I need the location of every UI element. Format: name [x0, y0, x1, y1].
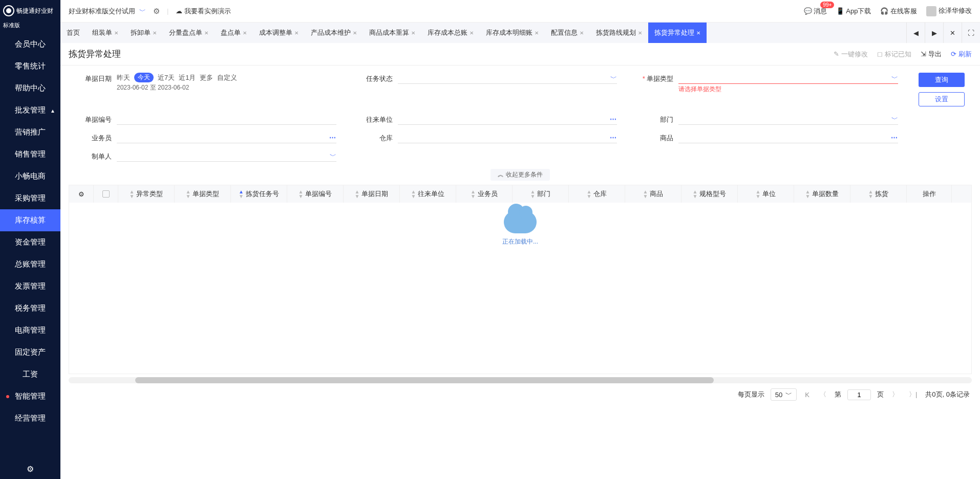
filter-task-status[interactable]: 任务状态 ﹀	[357, 73, 617, 84]
export-button[interactable]: ⇲导出	[921, 50, 942, 59]
close-icon[interactable]: ✕	[580, 30, 584, 36]
sidebar-item[interactable]: 经营管理	[0, 407, 60, 429]
demo-link[interactable]: ☁ 我要看实例演示	[176, 7, 231, 16]
collapse-filters-button[interactable]: ︽ 收起更多条件	[491, 169, 550, 181]
horizontal-scrollbar[interactable]	[69, 377, 972, 383]
filter-sales[interactable]: 业务员 ⋯	[76, 132, 336, 143]
tab[interactable]: 产品成本维护✕	[305, 23, 363, 43]
sidebar-item[interactable]: 零售统计	[0, 55, 60, 77]
close-icon[interactable]: ✕	[470, 30, 474, 36]
sidebar-item[interactable]: 批发管理▲	[0, 99, 60, 121]
sidebar-item[interactable]: 资金管理	[0, 231, 60, 253]
fullscreen-icon[interactable]: ⛶	[962, 23, 980, 43]
tab-close-all[interactable]: ✕	[943, 23, 962, 43]
sidebar-item[interactable]: 营销推广	[0, 121, 60, 143]
date-range-option[interactable]: 自定义	[217, 73, 237, 82]
page-input[interactable]	[847, 389, 871, 400]
gear-icon[interactable]: ⚙	[153, 7, 160, 16]
sidebar-item[interactable]: 固定资产	[0, 341, 60, 363]
messages-link[interactable]: 💬 消息 99+	[804, 7, 827, 16]
sidebar-item[interactable]: 销售管理	[0, 143, 60, 165]
date-range-option[interactable]: 近7天	[158, 73, 175, 82]
close-icon[interactable]: ✕	[535, 30, 539, 36]
column-header[interactable]: ▲▼单位	[738, 185, 794, 203]
close-icon[interactable]: ✕	[638, 30, 642, 36]
filter-goods[interactable]: 商品 ⋯	[637, 132, 898, 143]
tab[interactable]: 分量盘点单✕	[163, 23, 215, 43]
filter-partner[interactable]: 往来单位 ⋯	[357, 114, 617, 125]
close-icon[interactable]: ✕	[204, 30, 208, 36]
column-header[interactable]: ▲▼拣货	[850, 185, 907, 203]
column-header[interactable]: ▲▼异常类型	[118, 185, 175, 203]
column-header[interactable]: ▲▼单据日期	[344, 185, 400, 203]
sidebar-item[interactable]: 税务管理	[0, 297, 60, 319]
column-header[interactable]: ▲▼业务员	[456, 185, 513, 203]
date-range-option[interactable]: 今天	[134, 73, 154, 82]
sidebar-item[interactable]: 总账管理	[0, 253, 60, 275]
close-icon[interactable]: ✕	[243, 30, 247, 36]
date-range-option[interactable]: 更多	[200, 73, 213, 82]
mark-known-button[interactable]: ◻标记已知	[877, 50, 911, 59]
first-page-button[interactable]: K	[803, 391, 812, 399]
scrollbar-thumb[interactable]	[135, 377, 714, 383]
user-menu[interactable]: 徐泽华修改	[926, 6, 972, 16]
tab[interactable]: 拆卸单✕	[124, 23, 163, 43]
column-header[interactable]: ▲▼单据编号	[287, 185, 344, 203]
tab[interactable]: 商品成本重算✕	[363, 23, 421, 43]
close-icon[interactable]: ✕	[411, 30, 415, 36]
tab[interactable]: 配置信息✕	[545, 23, 590, 43]
tab[interactable]: 首页	[60, 23, 86, 43]
column-header[interactable]: ▲▼单据数量	[794, 185, 850, 203]
column-header[interactable]: ▲▼单据类型	[175, 185, 231, 203]
column-header[interactable]: ▲▼仓库	[569, 185, 625, 203]
sidebar-item[interactable]: 发票管理	[0, 275, 60, 297]
tab[interactable]: 成本调整单✕	[253, 23, 305, 43]
close-icon[interactable]: ✕	[294, 30, 299, 36]
select-all[interactable]	[94, 185, 118, 203]
per-page-select[interactable]: 50﹀	[771, 388, 797, 401]
onekey-modify-button[interactable]: ✎一键修改	[834, 50, 868, 59]
sidebar-item[interactable]: 小畅电商	[0, 165, 60, 187]
close-icon[interactable]: ✕	[353, 30, 357, 36]
checkbox[interactable]	[102, 190, 110, 198]
tab[interactable]: 拣货异常处理✕	[648, 23, 707, 43]
column-header[interactable]: ▲▼往来单位	[400, 185, 456, 203]
filter-doc-type[interactable]: 单据类型 ﹀ 请选择单据类型	[637, 73, 898, 94]
filter-warehouse[interactable]: 仓库 ⋯	[357, 132, 617, 143]
support-link[interactable]: 🎧 在线客服	[880, 7, 917, 16]
date-range-option[interactable]: 近1月	[179, 73, 196, 82]
date-range-option[interactable]: 昨天	[117, 73, 130, 82]
column-header[interactable]: ▲▼商品	[625, 185, 681, 203]
filter-creator[interactable]: 制单人 ﹀	[76, 150, 336, 162]
column-settings[interactable]: ⚙	[69, 185, 94, 203]
filter-doc-no[interactable]: 单据编号	[76, 114, 336, 125]
query-button[interactable]: 查询	[919, 73, 965, 87]
tab[interactable]: 组装单✕	[86, 23, 124, 43]
sidebar-item[interactable]: 帮助中心	[0, 77, 60, 99]
tab-scroll-right[interactable]: ▶	[925, 23, 943, 43]
close-icon[interactable]: ✕	[114, 30, 118, 36]
column-header[interactable]: ▲▼拣货任务号	[231, 185, 287, 203]
sidebar-item[interactable]: 会员中心	[0, 33, 60, 55]
refresh-button[interactable]: ⟳刷新	[951, 50, 972, 59]
close-icon[interactable]: ✕	[696, 30, 700, 36]
column-header[interactable]: ▲▼规格型号	[681, 185, 738, 203]
tab-scroll-left[interactable]: ◀	[906, 23, 925, 43]
sidebar-item[interactable]: 工资	[0, 363, 60, 385]
tab[interactable]: 拣货路线规划✕	[590, 23, 648, 43]
sidebar-item[interactable]: 库存核算	[0, 209, 60, 231]
next-page-button[interactable]: 〉	[890, 390, 901, 399]
tab[interactable]: 库存成本总账✕	[421, 23, 480, 43]
close-icon[interactable]: ✕	[153, 30, 157, 36]
sidebar-item[interactable]: 智能管理	[0, 385, 60, 407]
last-page-button[interactable]: 〉|	[907, 390, 919, 399]
column-header[interactable]: ▲▼部门	[513, 185, 569, 203]
tab[interactable]: 库存成本明细账✕	[480, 23, 545, 43]
tab[interactable]: 盘点单✕	[215, 23, 253, 43]
sidebar-item[interactable]: 电商管理	[0, 319, 60, 341]
sidebar-item[interactable]: 采购管理	[0, 187, 60, 209]
prev-page-button[interactable]: 〈	[818, 390, 828, 399]
filter-dept[interactable]: 部门 ﹀	[637, 114, 898, 125]
environment-selector[interactable]: 好业财标准版交付试用 ﹀	[69, 7, 146, 16]
app-download-link[interactable]: 📱 App下载	[836, 7, 871, 16]
